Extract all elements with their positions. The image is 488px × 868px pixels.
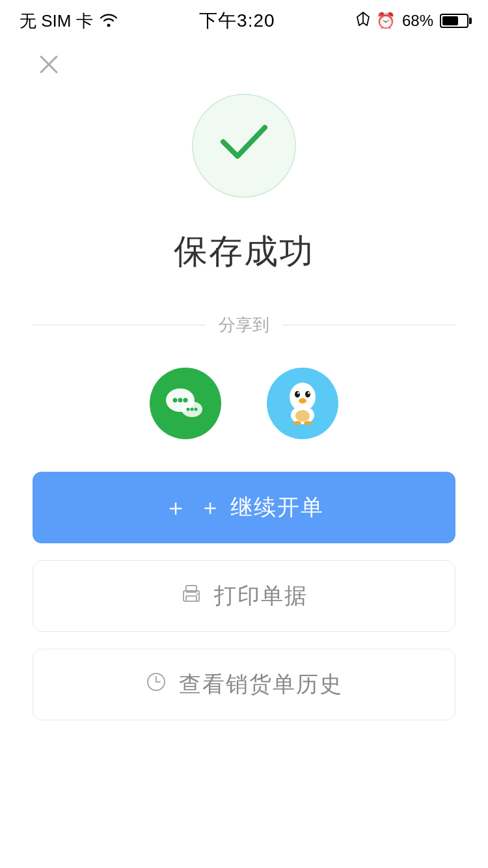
success-circle [192,94,296,198]
success-title: 保存成功 [174,229,314,275]
print-icon [180,583,202,610]
svg-point-9 [195,408,198,411]
share-icons [33,368,455,439]
qq-icon [282,380,323,427]
close-icon [37,53,61,76]
svg-point-14 [308,392,310,394]
alarm-icon: ⏰ [376,12,396,30]
wechat-share-button[interactable] [150,368,221,439]
svg-point-12 [305,391,310,398]
qq-share-button[interactable] [267,368,338,439]
svg-point-5 [183,398,188,403]
plus-icon: ＋ [164,492,187,524]
svg-point-3 [173,398,178,403]
svg-point-8 [191,408,194,411]
svg-point-13 [297,392,299,394]
svg-rect-22 [186,596,197,601]
wechat-icon [163,385,208,422]
close-button[interactable] [33,48,65,81]
share-label: 分享到 [219,314,269,336]
carrier-text: 无 SIM 卡 [20,10,93,33]
svg-point-23 [197,593,198,595]
svg-point-4 [178,398,183,403]
svg-point-7 [187,408,190,411]
main-content: 保存成功 分享到 [0,42,488,720]
battery-percent: 68% [402,12,433,30]
continue-label: ＋ 继续开单 [199,493,323,522]
svg-point-18 [293,421,301,425]
checkmark-icon [218,120,270,172]
print-button[interactable]: 打印单据 [33,560,455,632]
svg-point-11 [295,391,300,398]
wifi-icon [100,11,118,31]
status-left: 无 SIM 卡 [20,10,118,33]
continue-button[interactable]: ＋ ＋ 继续开单 [33,472,455,543]
divider-line-left [33,325,206,325]
svg-point-17 [295,410,310,422]
history-button[interactable]: 查看销货单历史 [33,649,455,720]
history-icon [145,671,167,698]
svg-point-19 [304,421,312,425]
action-buttons: ＋ ＋ 继续开单 打印单据 查看销货单 [0,472,488,720]
status-right: ⏰ 68% [357,12,468,30]
svg-point-15 [299,398,306,403]
share-section: 分享到 [0,314,488,439]
divider-line-right [282,325,455,325]
status-bar: 无 SIM 卡 下午3:20 ⏰ 68% [0,0,488,42]
battery-icon [440,14,468,28]
location-icon [357,12,370,30]
share-divider: 分享到 [33,314,455,336]
time-display: 下午3:20 [199,8,275,33]
history-label: 查看销货单历史 [179,670,343,699]
print-label: 打印单据 [214,581,308,611]
